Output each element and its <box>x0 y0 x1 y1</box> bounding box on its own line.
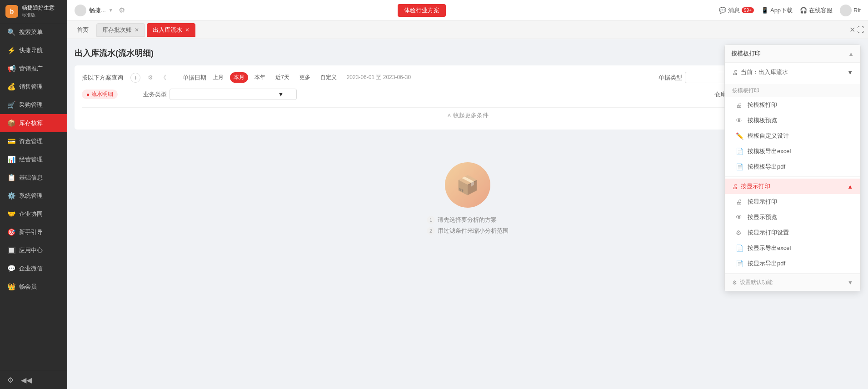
display-settings-icon: ⚙ <box>736 229 744 236</box>
sidebar-item-purchase[interactable]: 🛒 采购管理 <box>0 96 67 114</box>
template-section-title: 按模板打印 <box>725 84 860 97</box>
sidebar-item-finance[interactable]: 💳 资金管理 <box>0 132 67 150</box>
sidebar-item-sales[interactable]: 💰 销售管理 <box>0 78 67 96</box>
template-export-excel-item[interactable]: 📄 按模板导出excel <box>725 144 860 159</box>
sidebar-item-system[interactable]: ⚙️ 系统管理 <box>0 187 67 205</box>
topbar-settings-icon[interactable]: ⚙ <box>119 6 125 15</box>
date-option-this-year[interactable]: 本年 <box>251 72 269 83</box>
system-icon: ⚙️ <box>7 192 15 200</box>
topbar: 畅捷... ▼ ⚙ 体验行业方案 💬 消息 99+ 📱 App下载 🎧 在线客服… <box>67 0 868 21</box>
filter-tag[interactable]: ● 流水明细 <box>82 90 118 99</box>
tabbar-right: ✕ ⛶ <box>849 25 864 34</box>
tab-expand-icon[interactable]: ⛶ <box>857 26 864 34</box>
sidebar: b 畅捷通好生意 标准版 🔍 搜索菜单 ⚡ 快捷导航 📢 营销推广 💰 销售管理… <box>0 0 67 389</box>
template-design-item[interactable]: ✏️ 模板自定义设计 <box>725 128 860 144</box>
empty-illustration: 📦 <box>445 162 490 208</box>
current-chevron-down-icon: ▼ <box>847 69 853 76</box>
industry-button[interactable]: 体验行业方案 <box>398 4 446 17</box>
sidebar-item-marketing[interactable]: 📢 营销推广 <box>0 60 67 78</box>
quicknav-icon: ⚡ <box>7 46 15 55</box>
hint-2: 2 用过滤条件来缩小分析范围 <box>427 227 509 235</box>
template-preview-item[interactable]: 👁 按模板预览 <box>725 113 860 128</box>
topbar-avatar[interactable]: Rit <box>840 5 861 16</box>
app-edition: 标准版 <box>22 12 55 18</box>
business-type-select[interactable]: ▼ <box>170 89 297 100</box>
display-section-header[interactable]: 🖨 按显示打印 ▲ <box>725 179 860 194</box>
display-preview-item[interactable]: 👁 按显示预览 <box>725 209 860 225</box>
page-title: 出入库流水(流水明细) <box>75 48 154 59</box>
date-filter: 单据日期 上月 本月 本年 近7天 更多 自定义 2023-06-01 至 20… <box>183 72 411 83</box>
sidebar-item-member[interactable]: 👑 畅会员 <box>0 278 67 296</box>
tab-home[interactable]: 首页 <box>71 23 95 37</box>
dropdown-chevron-up-icon[interactable]: ▲ <box>848 50 854 57</box>
display-print-settings-item[interactable]: ⚙ 按显示打印设置 <box>725 225 860 240</box>
topbar-user: 畅捷... ▼ <box>75 5 113 16</box>
tab-batch-close[interactable]: ✕ <box>135 27 139 33</box>
default-section[interactable]: ⚙ 设置默认功能 ▼ <box>725 274 860 291</box>
purchase-icon: 🛒 <box>7 101 15 109</box>
business-type-filter: 业务类型 ▼ <box>143 89 297 100</box>
sidebar-item-enterprise[interactable]: 🤝 企业协同 <box>0 205 67 223</box>
marketing-icon: 📢 <box>7 65 15 73</box>
date-option-last-month[interactable]: 上月 <box>209 72 227 83</box>
topbar-right: 💬 消息 99+ 📱 App下载 🎧 在线客服 Rit <box>719 5 861 16</box>
display-export-pdf-item[interactable]: 📄 按显示导出pdf <box>725 256 860 271</box>
messages-button[interactable]: 💬 消息 99+ <box>719 6 754 15</box>
collapse-sidebar-icon[interactable]: ◀◀ <box>21 376 32 384</box>
avatar <box>75 5 86 16</box>
tab-close-all-icon[interactable]: ✕ <box>849 25 855 34</box>
filter-settings-icon[interactable]: ⚙ <box>148 74 153 81</box>
filter-row-2: ● 流水明细 业务类型 ▼ 仓库 <box>82 89 820 100</box>
date-option-this-month[interactable]: 本月 <box>230 72 248 83</box>
main-area: 畅捷... ▼ ⚙ 体验行业方案 💬 消息 99+ 📱 App下载 🎧 在线客服… <box>67 0 868 389</box>
sidebar-item-search[interactable]: 🔍 搜索菜单 <box>0 23 67 41</box>
print-dropdown-panel: 按模板打印 ▲ 🖨 当前：出入库流水 ▼ 按模板打印 🖨 按模板打印 <box>724 45 861 291</box>
tag-icon: ● <box>86 91 90 98</box>
app-download-button[interactable]: 📱 App下载 <box>761 6 793 15</box>
sidebar-item-weixin[interactable]: 💬 企业微信 <box>0 259 67 278</box>
date-option-more[interactable]: 更多 <box>296 72 314 83</box>
sidebar-item-basic[interactable]: 📋 基础信息 <box>0 169 67 187</box>
sidebar-item-guide[interactable]: 🎯 新手引导 <box>0 223 67 241</box>
template-print-item[interactable]: 🖨 按模板打印 <box>725 97 860 113</box>
app-logo-icon: b <box>5 5 18 18</box>
add-filter-button[interactable]: + <box>130 73 140 83</box>
date-options: 上月 本月 本年 近7天 更多 自定义 2023-06-01 至 2023-06… <box>209 72 411 83</box>
business-select-dropdown-icon: ▼ <box>278 91 284 98</box>
tabbar: 首页 库存批次账 ✕ 出入库流水 ✕ ✕ ⛶ <box>67 21 868 39</box>
sidebar-item-quicknav[interactable]: ⚡ 快捷导航 <box>0 41 67 60</box>
enterprise-icon: 🤝 <box>7 210 15 218</box>
sales-icon: 💰 <box>7 83 15 91</box>
date-label: 单据日期 <box>183 74 206 82</box>
display-print-item[interactable]: 🖨 按显示打印 <box>725 194 860 209</box>
display-export-excel-icon: 📄 <box>736 244 744 252</box>
template-export-excel-icon: 📄 <box>736 148 744 155</box>
user-dropdown-icon[interactable]: ▼ <box>109 8 113 13</box>
tab-batch[interactable]: 库存批次账 ✕ <box>96 23 145 37</box>
sidebar-item-operations[interactable]: 📊 经营管理 <box>0 150 67 169</box>
chevron-up-icon: ∧ <box>447 112 452 119</box>
display-export-excel-item[interactable]: 📄 按显示导出excel <box>725 240 860 256</box>
current-template-section: 🖨 当前：出入库流水 ▼ <box>725 63 860 82</box>
current-template-header[interactable]: 🖨 当前：出入库流水 ▼ <box>725 65 860 80</box>
settings-icon[interactable]: ⚙ <box>7 376 14 384</box>
sidebar-item-inventory[interactable]: 📦 库存核算 <box>0 114 67 132</box>
display-print-icon: 🖨 <box>736 198 744 205</box>
filter-label: 按以下方案查询 <box>82 74 123 82</box>
step-1-num: 1 <box>427 216 435 224</box>
sidebar-item-apps[interactable]: 🔲 应用中心 <box>0 241 67 259</box>
display-print-section-icon: 🖨 <box>732 183 738 190</box>
tab-flow-close[interactable]: ✕ <box>185 27 190 33</box>
sidebar-bottom: ⚙ ◀◀ <box>0 371 67 389</box>
date-option-custom[interactable]: 自定义 <box>317 72 340 83</box>
filter-collapse-icon[interactable]: 《 <box>160 74 166 82</box>
template-export-pdf-item[interactable]: 📄 按模板导出pdf <box>725 159 860 175</box>
tab-flow[interactable]: 出入库流水 ✕ <box>147 23 195 37</box>
member-icon: 👑 <box>7 283 15 291</box>
template-export-pdf-icon: 📄 <box>736 163 744 170</box>
sidebar-scroll: 🔍 搜索菜单 ⚡ 快捷导航 📢 营销推广 💰 销售管理 🛒 采购管理 📦 库存核… <box>0 23 67 371</box>
date-option-7days[interactable]: 近7天 <box>272 72 293 83</box>
template-icon: 🖨 <box>732 69 738 76</box>
username-label: 畅捷... <box>89 6 106 15</box>
online-service-button[interactable]: 🎧 在线客服 <box>800 6 833 15</box>
